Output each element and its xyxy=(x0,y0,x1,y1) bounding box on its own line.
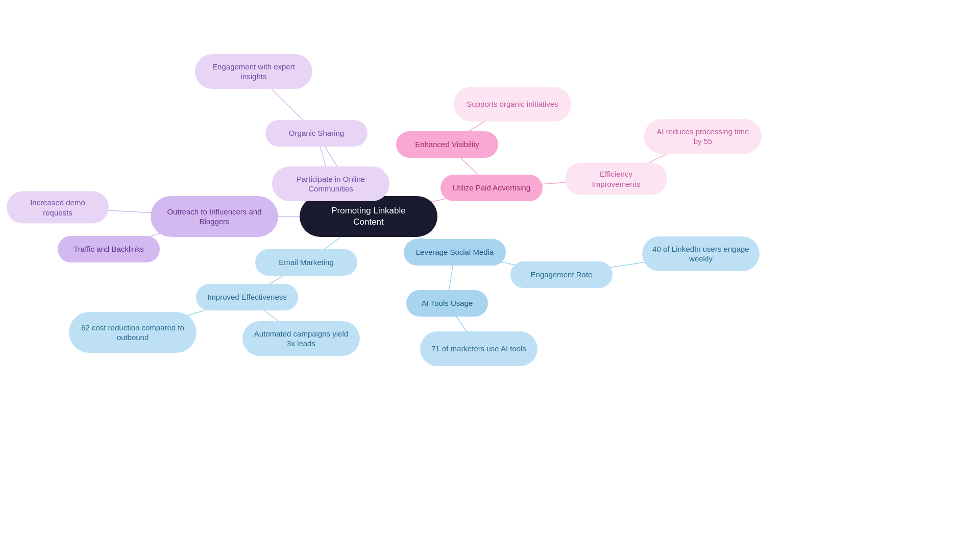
node-enhanced-visibility[interactable]: Enhanced Visibility xyxy=(396,131,498,158)
node-traffic-backlinks[interactable]: Traffic and Backlinks xyxy=(58,236,160,262)
node-outreach-influencers[interactable]: Outreach to Influencers and Bloggers xyxy=(151,196,278,237)
node-marketers-use[interactable]: 71 of marketers use AI tools xyxy=(420,331,537,366)
node-ai-tools-usage[interactable]: AI Tools Usage xyxy=(406,290,488,317)
node-leverage-social[interactable]: Leverage Social Media xyxy=(404,239,506,266)
mind-map-container: Promoting Linkable ContentOrganic Sharin… xyxy=(0,0,980,553)
node-participate-online[interactable]: Participate in Online Communities xyxy=(272,166,389,201)
node-center[interactable]: Promoting Linkable Content xyxy=(300,196,437,237)
node-supports-organic[interactable]: Supports organic initiatives xyxy=(454,87,571,122)
node-increased-demo[interactable]: Increased demo requests xyxy=(7,191,109,224)
node-cost-reduction[interactable]: 62 cost reduction compared to outbound xyxy=(69,312,197,353)
connections-svg xyxy=(0,0,980,553)
node-linkedin-users[interactable]: 40 of LinkedIn users engage weekly xyxy=(642,236,760,271)
node-engagement-rate[interactable]: Engagement Rate xyxy=(510,261,612,288)
node-automated-campaigns[interactable]: Automated campaigns yield 3x leads xyxy=(242,321,360,356)
node-engagement-expert[interactable]: Engagement with expert insights xyxy=(195,54,312,89)
node-utilize-paid[interactable]: Utilize Paid Advertising xyxy=(440,175,543,201)
node-email-marketing[interactable]: Email Marketing xyxy=(255,249,357,276)
node-improved-effectiveness[interactable]: Improved Effectiveness xyxy=(196,284,298,310)
node-organic-sharing[interactable]: Organic Sharing xyxy=(265,120,368,147)
node-ai-reduces[interactable]: AI reduces processing time by 55 xyxy=(644,119,762,154)
node-efficiency-improvements[interactable]: Efficiency Improvements xyxy=(565,163,667,195)
